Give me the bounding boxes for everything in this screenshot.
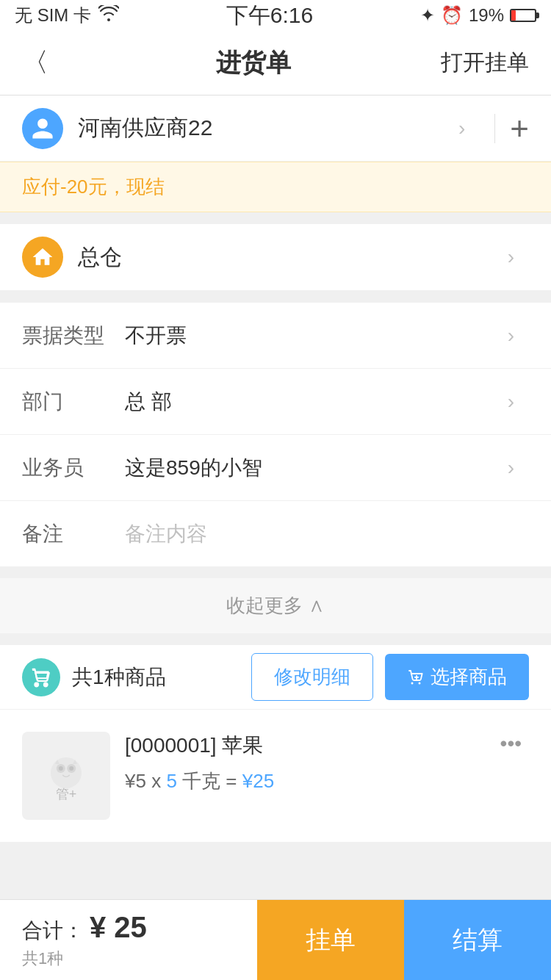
total-text: 合计： [22, 917, 84, 945]
salesman-row[interactable]: 业务员 这是859的小智 › [0, 434, 551, 500]
warehouse-chevron-icon: › [508, 245, 514, 269]
product-count: 共1种商品 [72, 663, 251, 691]
product-unit: 千克 [182, 770, 220, 792]
collapse-label: 收起更多 ∧ [226, 593, 324, 619]
status-bar-left: 无 SIM 卡 [15, 4, 119, 27]
salesman-label: 业务员 [22, 454, 110, 482]
form-card: 票据类型 不开票 › 部门 总 部 › 业务员 这是859的小智 › 备注 备注… [0, 302, 551, 566]
svg-point-7 [59, 766, 63, 771]
battery-percent: 19% [469, 5, 504, 26]
select-product-label: 选择商品 [431, 664, 507, 690]
divider [494, 114, 495, 143]
warehouse-icon [22, 237, 63, 278]
svg-point-1 [419, 682, 421, 684]
add-supplier-button[interactable]: + [510, 110, 529, 147]
product-section: 共1种商品 修改明细 选择商品 [0, 645, 551, 842]
select-product-button[interactable]: 选择商品 [385, 654, 529, 700]
remark-row[interactable]: 备注 备注内容 [0, 500, 551, 566]
nav-bar: 〈 进货单 打开挂单 [0, 31, 551, 96]
open-pending-button[interactable]: 打开挂单 [441, 48, 529, 78]
alarm-icon: ⏰ [441, 5, 463, 26]
department-row[interactable]: 部门 总 部 › [0, 368, 551, 434]
battery-icon [510, 9, 536, 22]
supplier-name: 河南供应商22 [78, 113, 458, 143]
warehouse-name: 总仓 [78, 242, 508, 273]
product-price: ¥5 [125, 770, 146, 792]
status-bar: 无 SIM 卡 下午6:16 ✦ ⏰ 19% [0, 0, 551, 31]
page-title: 进货单 [216, 46, 291, 80]
back-button[interactable]: 〈 [22, 45, 66, 81]
svg-point-0 [411, 682, 414, 684]
supplier-row[interactable]: 河南供应商22 › + [0, 96, 551, 162]
status-time: 下午6:16 [226, 1, 313, 31]
total-label: 合计： ¥ 25 [22, 911, 235, 945]
invoice-type-row[interactable]: 票据类型 不开票 › [0, 302, 551, 368]
owl-icon [44, 749, 88, 793]
product-total: ¥25 [242, 770, 274, 792]
product-name: [0000001] 苹果 [125, 732, 493, 760]
department-value: 总 部 [110, 388, 508, 416]
product-id: [0000001] [125, 734, 217, 757]
main-content: 河南供应商22 › + 应付-20元，现结 总仓 › 票据类型 不开票 › 部门… [0, 96, 551, 934]
supplier-avatar [22, 108, 63, 149]
remark-label: 备注 [22, 520, 110, 548]
product-formula: ¥5 x 5 千克 = ¥25 [125, 768, 493, 794]
warehouse-card: 总仓 › [0, 224, 551, 290]
checkout-button[interactable]: 结算 [404, 900, 551, 980]
salesman-chevron-icon: › [508, 456, 514, 480]
product-header: 共1种商品 修改明细 选择商品 [0, 645, 551, 710]
product-thumb-placeholder: 管+ [44, 749, 88, 803]
status-bar-right: ✦ ⏰ 19% [420, 5, 536, 26]
formula-equals: = [226, 770, 242, 792]
invoice-type-chevron-icon: › [508, 324, 514, 347]
carrier-text: 无 SIM 卡 [15, 4, 91, 27]
bottom-bar: 合计： ¥ 25 共1种 挂单 结算 [0, 899, 551, 980]
product-more-button[interactable]: ••• [493, 732, 529, 755]
warehouse-row[interactable]: 总仓 › [0, 224, 551, 290]
supplier-notice: 应付-20元，现结 [0, 162, 551, 212]
remark-placeholder: 备注内容 [110, 520, 529, 548]
supplier-chevron-icon: › [458, 117, 465, 140]
product-title: 苹果 [222, 734, 263, 757]
checkout-label: 结算 [453, 923, 503, 957]
formula-multiply: x [151, 770, 166, 792]
wifi-icon [98, 5, 119, 26]
edit-detail-button[interactable]: 修改明细 [251, 653, 373, 701]
svg-point-8 [69, 766, 73, 771]
total-sub: 共1种 [22, 948, 235, 970]
hang-button[interactable]: 挂单 [257, 900, 404, 980]
department-chevron-icon: › [508, 390, 514, 414]
product-info: [0000001] 苹果 ¥5 x 5 千克 = ¥25 [125, 732, 493, 794]
total-amount: ¥ 25 [90, 911, 147, 944]
product-thumbnail: 管+ [22, 732, 110, 820]
product-item: 管+ [0000001] 苹果 ¥5 x 5 千克 = ¥25 [0, 710, 551, 842]
hang-label: 挂单 [306, 923, 356, 957]
cart-add-icon [407, 669, 425, 686]
invoice-type-value: 不开票 [110, 322, 508, 350]
product-quantity: 5 [166, 770, 176, 792]
person-icon [30, 116, 55, 141]
total-area: 合计： ¥ 25 共1种 [0, 900, 257, 980]
salesman-value: 这是859的小智 [110, 454, 508, 482]
location-icon: ✦ [420, 5, 435, 26]
collapse-row[interactable]: 收起更多 ∧ [0, 578, 551, 633]
product-cart-icon [22, 658, 60, 696]
supplier-card: 河南供应商22 › + 应付-20元，现结 [0, 96, 551, 212]
svg-point-4 [51, 757, 82, 788]
invoice-type-label: 票据类型 [22, 322, 110, 350]
department-label: 部门 [22, 388, 110, 416]
